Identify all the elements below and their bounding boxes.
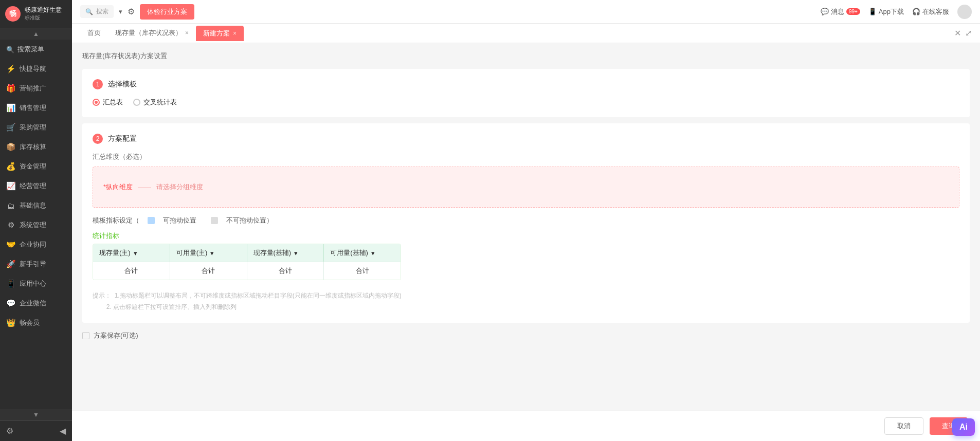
radio-cross[interactable]: 交叉统计表 bbox=[133, 98, 177, 107]
sidebar-item-4[interactable]: 📦 库存核算 bbox=[0, 137, 72, 157]
page-title: 现存量(库存状况表)方案设置 bbox=[82, 51, 970, 61]
sidebar-item-label-0: 快捷导航 bbox=[20, 64, 46, 74]
page-content: 现存量(库存状况表)方案设置 1 选择模板 汇总表 交叉统计表 2 bbox=[72, 43, 980, 441]
tab-new-scheme-label: 新建方案 bbox=[203, 29, 230, 38]
sidebar-item-label-7: 基础信息 bbox=[20, 201, 46, 210]
search-icon: 🔍 bbox=[6, 46, 14, 53]
sidebar-item-label-1: 营销推广 bbox=[20, 84, 46, 93]
tab-inventory[interactable]: 现存量（库存状况表） × bbox=[108, 24, 196, 43]
sidebar-item-5[interactable]: 💰 资金管理 bbox=[0, 157, 72, 176]
sidebar-item-0[interactable]: ⚡ 快捷导航 bbox=[0, 59, 72, 79]
summary-dimension-label: 汇总维度（必选） bbox=[93, 152, 959, 161]
app-download-label: App下载 bbox=[879, 7, 904, 16]
tips-line-2: 2. 点击标题栏下拉可设置排序、插入列和删除列 bbox=[93, 302, 959, 313]
sidebar-item-12[interactable]: 💬 企业微信 bbox=[0, 293, 72, 313]
sidebar-item-label-2: 销售管理 bbox=[20, 103, 46, 113]
radio-cross-dot bbox=[133, 99, 140, 106]
dimension-selector[interactable]: *纵向维度 —— 请选择分组维度 bbox=[93, 167, 959, 208]
stats-label: 统计指标 bbox=[93, 231, 959, 241]
radio-summary[interactable]: 汇总表 bbox=[93, 98, 123, 107]
tab-new-scheme-close[interactable]: × bbox=[233, 30, 237, 37]
tabs-controls: ✕ ⤢ bbox=[954, 28, 972, 38]
sidebar-scroll-up[interactable]: ▲ bbox=[0, 28, 72, 40]
sidebar-scroll-down[interactable]: ▼ bbox=[0, 409, 72, 420]
dimension-required-star: *纵向维度 bbox=[103, 182, 133, 192]
sidebar-item-11[interactable]: 📱 应用中心 bbox=[0, 274, 72, 293]
col-cell-0-0: 合计 bbox=[93, 262, 170, 280]
collapse-icon[interactable]: ◀ bbox=[60, 426, 66, 436]
col-header-3[interactable]: 可用量(基辅) ▾ bbox=[324, 244, 401, 262]
app-download-btn[interactable]: 📱 App下载 bbox=[868, 7, 904, 16]
step2-title: 方案配置 bbox=[108, 134, 137, 143]
customer-service-btn[interactable]: 🎧 在线客服 bbox=[912, 7, 949, 16]
save-option-row: 方案保存(可选) bbox=[82, 331, 970, 340]
sidebar-item-icon-9: 🤝 bbox=[6, 240, 15, 249]
sidebar-item-13[interactable]: 👑 畅会员 bbox=[0, 313, 72, 333]
stats-table-row-0: 合计 合计 合计 合计 bbox=[93, 262, 401, 280]
message-btn[interactable]: 💬 消息 99+ bbox=[821, 7, 860, 16]
message-badge: 99+ bbox=[846, 8, 860, 15]
topbar-search[interactable]: 🔍 搜索 bbox=[80, 5, 114, 18]
tips-title: 提示： 1.拖动标题栏可以调整布局，不可跨维度或指标区域拖动栏目字段(只能在同一… bbox=[93, 290, 959, 302]
sidebar-item-3[interactable]: 🛒 采购管理 bbox=[0, 118, 72, 137]
gear-icon[interactable]: ⚙ bbox=[128, 7, 135, 16]
industry-btn[interactable]: 体验行业方案 bbox=[140, 4, 194, 20]
sidebar-item-label-4: 库存核算 bbox=[20, 142, 46, 152]
indicator-setting-row: 模板指标设定（ 可拖动位置 不可拖动位置） bbox=[93, 216, 959, 225]
stats-table: 现存量(主) ▾ 可用量(主) ▾ 现存量(基辅) ▾ 可用量(基辅) ▾ bbox=[93, 244, 401, 280]
sidebar-item-1[interactable]: 🎁 营销推广 bbox=[0, 79, 72, 98]
tab-home[interactable]: 首页 bbox=[80, 24, 108, 43]
sidebar-item-icon-2: 📊 bbox=[6, 103, 15, 113]
sidebar-item-icon-7: 🗂 bbox=[6, 201, 15, 210]
col-header-0[interactable]: 现存量(主) ▾ bbox=[93, 244, 170, 262]
main-area: 🔍 搜索 ▾ ⚙ 体验行业方案 💬 消息 99+ 📱 App下载 🎧 在线客服 bbox=[72, 0, 980, 441]
radio-summary-dot bbox=[93, 99, 100, 106]
message-label: 消息 bbox=[831, 7, 844, 16]
non-draggable-badge bbox=[211, 217, 218, 224]
user-avatar[interactable] bbox=[957, 5, 972, 19]
radio-cross-label: 交叉统计表 bbox=[143, 98, 177, 107]
dimension-hint: 请选择分组维度 bbox=[156, 182, 203, 192]
sidebar-item-icon-0: ⚡ bbox=[6, 64, 15, 74]
search-placeholder-text: 搜索 bbox=[96, 7, 108, 16]
tips-section: 提示： 1.拖动标题栏可以调整布局，不可跨维度或指标区域拖动栏目字段(只能在同一… bbox=[93, 290, 959, 313]
ai-fab-button[interactable]: Ai bbox=[952, 418, 975, 436]
col-header-1[interactable]: 可用量(主) ▾ bbox=[170, 244, 247, 262]
sidebar-search[interactable]: 🔍 搜索菜单 bbox=[0, 40, 72, 59]
tab-new-scheme[interactable]: 新建方案 × bbox=[196, 26, 244, 41]
customer-service-label: 在线客服 bbox=[922, 7, 949, 16]
cancel-button[interactable]: 取消 bbox=[884, 417, 923, 435]
sidebar-item-8[interactable]: ⚙ 系统管理 bbox=[0, 215, 72, 235]
step1-title: 选择模板 bbox=[108, 80, 137, 89]
footer-spacer bbox=[82, 340, 970, 371]
col-header-chevron-3: ▾ bbox=[371, 249, 375, 257]
sidebar-item-label-9: 企业协同 bbox=[20, 240, 46, 249]
sidebar-item-label-11: 应用中心 bbox=[20, 279, 46, 288]
close-panel-icon[interactable]: ✕ bbox=[954, 28, 961, 38]
sidebar-item-9[interactable]: 🤝 企业协同 bbox=[0, 235, 72, 254]
sidebar-bottom: ⚙ ◀ bbox=[0, 420, 72, 441]
tab-inventory-close[interactable]: × bbox=[185, 29, 189, 36]
col-header-label-1: 可用量(主) bbox=[176, 248, 208, 258]
sidebar-item-icon-8: ⚙ bbox=[6, 220, 15, 230]
logo-icon: 畅 bbox=[5, 6, 21, 22]
sidebar-item-10[interactable]: 🚀 新手引导 bbox=[0, 254, 72, 274]
sidebar-item-icon-6: 📈 bbox=[6, 181, 15, 191]
draggable-badge bbox=[148, 217, 155, 224]
sidebar-item-icon-5: 💰 bbox=[6, 162, 15, 171]
topbar: 🔍 搜索 ▾ ⚙ 体验行业方案 💬 消息 99+ 📱 App下载 🎧 在线客服 bbox=[72, 0, 980, 24]
radio-summary-label: 汇总表 bbox=[103, 98, 123, 107]
save-checkbox[interactable] bbox=[82, 332, 89, 339]
sidebar-item-2[interactable]: 📊 销售管理 bbox=[0, 98, 72, 118]
topbar-dropdown[interactable]: ▾ bbox=[119, 8, 122, 15]
step2-card: 2 方案配置 汇总维度（必选） *纵向维度 —— 请选择分组维度 模板指标设定（… bbox=[82, 123, 970, 323]
fullscreen-icon[interactable]: ⤢ bbox=[965, 28, 972, 38]
sidebar-item-7[interactable]: 🗂 基础信息 bbox=[0, 196, 72, 215]
col-header-2[interactable]: 现存量(基辅) ▾ bbox=[247, 244, 324, 262]
tab-home-label: 首页 bbox=[87, 28, 101, 38]
sidebar: 畅 畅康通好生意 标准版 ▲ 🔍 搜索菜单 ⚡ 快捷导航 🎁 营销推广 📊 销售… bbox=[0, 0, 72, 441]
sidebar-item-6[interactable]: 📈 经营管理 bbox=[0, 176, 72, 196]
settings-icon[interactable]: ⚙ bbox=[6, 426, 13, 436]
indicator-setting-label: 模板指标设定（ bbox=[93, 216, 139, 225]
sidebar-item-label-13: 畅会员 bbox=[20, 318, 40, 327]
